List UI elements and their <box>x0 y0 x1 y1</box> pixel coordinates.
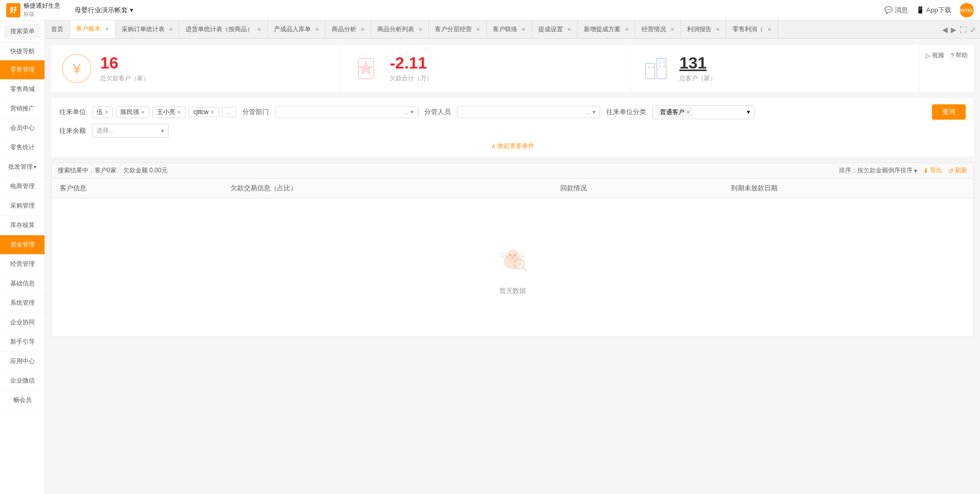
stat-info-overdue-amount: -2.11 欠款合计（万） <box>390 55 432 83</box>
balance-filter-label: 往来余额 <box>59 126 86 136</box>
empty-illustration <box>492 239 533 280</box>
sidebar-item-ecom-mgmt[interactable]: 电商管理 <box>0 177 44 196</box>
tab-close-icon[interactable]: ✕ <box>257 27 261 32</box>
app-sub: 标版 <box>24 10 60 18</box>
tab-customer-tier[interactable]: 客户分层经营 ✕ <box>429 20 487 38</box>
sidebar-item-ops-mgmt[interactable]: 经营管理 <box>0 255 44 274</box>
sidebar-item-purchase-mgmt[interactable]: 采购管理 <box>0 196 44 216</box>
chevron-down-icon: ▾ <box>34 164 36 170</box>
tab-customer-ledger[interactable]: 客户账本 ✕ <box>70 20 116 38</box>
export-btn[interactable]: ⬇ 导出 <box>923 166 942 175</box>
tab-controls: ◀ ▶ ⛶ ⤢ <box>938 20 980 38</box>
quick-nav-btn[interactable]: 快捷导航 <box>0 43 44 60</box>
filter-tag-wangxiaoliang: 王小亮 ✕ <box>152 106 186 118</box>
tab-expand-icon[interactable]: ⛶ <box>960 26 967 34</box>
help-btn[interactable]: ? 帮助 <box>950 51 968 60</box>
sidebar-item-label: 畅会员 <box>13 396 32 403</box>
tab-product-analysis-list[interactable]: 商品分析列表 ✕ <box>371 20 429 38</box>
sidebar-item-wholesale-mgmt[interactable]: 批发管理 ▾ <box>0 158 44 177</box>
tab-close-icon[interactable]: ✕ <box>105 26 109 32</box>
sort-btn[interactable]: 排序：按欠款金额倒序排序 ▾ <box>839 166 917 175</box>
tab-product-inbound[interactable]: 产成品入库单 ✕ <box>268 20 326 38</box>
video-btn[interactable]: ▷ 视频 <box>926 51 944 60</box>
tab-purchase-order-stats[interactable]: 采购订单统计表 ✕ <box>116 20 179 38</box>
tab-fullscreen-icon[interactable]: ⤢ <box>970 26 976 34</box>
sidebar-item-member-center[interactable]: 会员中心 <box>0 119 44 138</box>
stat-icon-building <box>641 53 671 84</box>
sidebar-item-basic-info[interactable]: 基础信息 <box>0 274 44 294</box>
tab-close-icon[interactable]: ✕ <box>315 27 319 32</box>
tab-product-analysis[interactable]: 商品分析 ✕ <box>326 20 371 38</box>
balance-select[interactable]: 选择... ▾ <box>92 124 169 138</box>
svg-rect-11 <box>663 65 665 68</box>
tab-close-icon[interactable]: ✕ <box>716 27 720 32</box>
sidebar-item-marketing[interactable]: 营销推广 <box>0 99 44 119</box>
messages-btn[interactable]: 💬 消息 <box>884 6 908 15</box>
app-download-btn[interactable]: 📱 App下载 <box>916 6 951 15</box>
export-label: 导出 <box>930 166 942 175</box>
tab-incoming-stats[interactable]: 进货单统计表（按商品） ✕ <box>179 20 268 38</box>
filter-tag-remove-icon[interactable]: ✕ <box>104 109 108 115</box>
sidebar-item-enterprise-wechat[interactable]: 企业微信 <box>0 371 44 391</box>
filter-tag-remove-icon[interactable]: ✕ <box>177 109 181 115</box>
workspace-selector[interactable]: 母婴行业演示帐套 ▾ <box>75 6 133 15</box>
refresh-label: 刷新 <box>955 166 967 175</box>
sidebar-item-inventory[interactable]: 库存核算 <box>0 216 44 235</box>
unit-class-select[interactable]: 普通客户 ✕ ▾ <box>652 105 755 119</box>
svg-rect-9 <box>663 61 665 63</box>
help-label: 帮助 <box>955 51 968 60</box>
sidebar-item-vip-member[interactable]: 畅会员 <box>0 391 44 410</box>
tab-ops-situation[interactable]: 经营情况 ✕ <box>635 20 681 38</box>
collapse-btn[interactable]: ∧ 收起更多条件 <box>491 142 534 150</box>
selected-class-label: 普通客户 <box>660 108 685 117</box>
tab-close-icon[interactable]: ✕ <box>767 27 771 32</box>
sidebar-item-enterprise-coop[interactable]: 企业协同 <box>0 313 44 332</box>
sidebar-item-new-guide[interactable]: 新手引导 <box>0 332 44 352</box>
dept-select[interactable]: ... ▾ <box>275 106 418 118</box>
data-table: 客户信息 欠款交易信息（占比） 回款情况 到期未放款日期 <box>52 178 973 198</box>
logo-icon: 好 <box>6 3 20 17</box>
tab-close-icon[interactable]: ✕ <box>360 27 364 32</box>
tab-close-icon[interactable]: ✕ <box>567 27 571 32</box>
filter-tag-more[interactable]: ... <box>222 107 236 117</box>
sidebar-item-retail-stats[interactable]: 零售统计 <box>0 138 44 158</box>
user-avatar[interactable]: demo2 <box>960 3 974 17</box>
sidebar-item-retail-mgmt[interactable]: 零售管理 <box>0 60 44 80</box>
filter-tag-cjttcw: cjttcw ✕ <box>189 107 219 117</box>
query-button[interactable]: 查询 <box>932 104 966 120</box>
tab-prev-icon[interactable]: ◀ <box>942 26 948 34</box>
unit-class-filter-label: 往来单位分类 <box>606 107 646 117</box>
results-bar-right: 排序：按欠款金额倒序排序 ▾ ⬇ 导出 ↺ 刷新 <box>839 166 967 175</box>
person-select[interactable]: ... ▾ <box>457 106 600 118</box>
sidebar-item-app-center[interactable]: 应用中心 <box>0 352 44 371</box>
tab-close-icon[interactable]: ✕ <box>418 27 422 32</box>
tab-close-icon[interactable]: ✕ <box>169 27 173 32</box>
tab-next-icon[interactable]: ▶ <box>951 26 956 34</box>
chevron-down-icon4: ▾ <box>161 127 164 134</box>
search-menu-btn[interactable]: 搜索菜单 <box>4 25 40 38</box>
sidebar-item-finance-mgmt[interactable]: 资金管理 <box>0 235 44 255</box>
remove-class-icon[interactable]: ✕ <box>686 109 690 115</box>
sidebar-item-label: 采购管理 <box>10 202 35 209</box>
sidebar-item-label: 企业协同 <box>10 319 35 326</box>
tab-profit-report[interactable]: 利润报告 ✕ <box>681 20 726 38</box>
tab-close-icon[interactable]: ✕ <box>521 27 526 32</box>
tab-close-icon[interactable]: ✕ <box>625 27 629 32</box>
more-icon: ... <box>226 108 232 116</box>
chevron-down-icon: ▾ <box>411 108 414 116</box>
top-bar: 好 畅捷通好生意 标版 母婴行业演示帐套 ▾ 💬 消息 📱 App下载 demo… <box>0 0 980 20</box>
video-label: 视频 <box>932 51 944 60</box>
tab-promotion-settings[interactable]: 提成设置 ✕ <box>532 20 578 38</box>
tab-new-promotion[interactable]: 新增提成方案 ✕ <box>578 20 635 38</box>
tab-retail-profit[interactable]: 零售利润（ ✕ <box>726 20 778 38</box>
tab-customer-contact[interactable]: 客户联络 ✕ <box>487 20 532 38</box>
app-download-label: App下载 <box>926 6 951 15</box>
refresh-btn[interactable]: ↺ 刷新 <box>948 166 967 175</box>
filter-tag-remove-icon[interactable]: ✕ <box>141 109 145 115</box>
filter-tag-remove-icon[interactable]: ✕ <box>210 109 214 115</box>
sidebar-item-retail-mall[interactable]: 零售商城 <box>0 80 44 99</box>
tab-close-icon[interactable]: ✕ <box>670 27 674 32</box>
tab-close-icon[interactable]: ✕ <box>476 27 480 32</box>
tab-home[interactable]: 首页 <box>45 20 70 38</box>
sidebar-item-sys-mgmt[interactable]: 系统管理 <box>0 294 44 313</box>
